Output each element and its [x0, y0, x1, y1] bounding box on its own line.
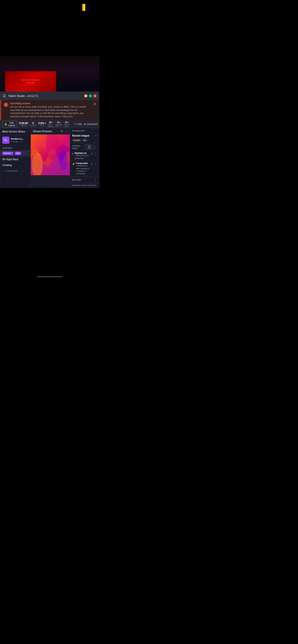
error-title: Encoding issues — [10, 102, 91, 105]
scene-game-button[interactable]: Gamer... — [2, 152, 13, 155]
activity-desc-fenton: • Raided you with a party of 2 viewers. … — [76, 165, 90, 175]
scene-edit-button[interactable]: Edit — [15, 152, 21, 155]
add-scene-icon: + — [2, 170, 4, 172]
scene-thumbnail: ROCKET LEAGUESTREAM — [5, 71, 56, 92]
error-text-block: Encoding issues We ran into an issue whi… — [10, 102, 91, 118]
right-panel: Stream Info Rocket league ✏ English fun … — [70, 128, 99, 187]
left-panel: Main Screen Share ⋮ RL Rocket Le... Chan… — [0, 128, 31, 187]
frame-drop-stat: 0 Frame Drop — [64, 121, 69, 127]
source-panel-title: Main Screen Share — [2, 130, 25, 133]
chat-header: My Chat ⋮ — [70, 177, 99, 183]
stream-preview-canvas — [31, 135, 70, 175]
frame-with-dot: 0 — [65, 121, 69, 124]
source-panel-header: Main Screen Share ⋮ — [0, 128, 31, 135]
help-icon: ❓ — [74, 123, 76, 125]
center-panel: Stream Preview ⚙ ⋮ — [31, 128, 70, 187]
skip-alert-button[interactable]: Skip Alert — [85, 145, 94, 149]
frame-drop-value: 0 — [65, 121, 67, 124]
activity-username-bighat: BigHatLevi — [75, 152, 90, 154]
viewers-value: 0 — [32, 122, 34, 125]
chat-welcome-message: Welcome to the chat room! — [70, 183, 99, 187]
hamburger-icon[interactable]: ☰ — [3, 94, 6, 98]
activity-refresh-icon[interactable]: ↻ — [91, 152, 93, 155]
encoder-with-dot: 0 — [57, 121, 61, 124]
top-black-area — [0, 0, 99, 56]
scene-item-chatting[interactable]: Chatting — [0, 162, 31, 168]
game-name: Rocket league — [72, 134, 89, 137]
stream-info-header: Stream Info — [70, 128, 99, 133]
preview-controls: ⚙ ⋮ — [60, 129, 68, 133]
help-button[interactable]: ❓ Help — [74, 123, 82, 125]
minimize-button[interactable] — [84, 94, 87, 97]
lock-icon: 🔒 — [4, 123, 7, 125]
session-label: Session — [20, 125, 27, 126]
cpu-value: 3.9% — [38, 122, 44, 125]
error-banner: ! Encoding issues We ran into an issue w… — [0, 100, 99, 120]
scene-item-gaming[interactable]: Gamer... Edit — [0, 150, 31, 156]
follow-heart-icon: ♥ — [72, 152, 74, 155]
scene-item-brb[interactable]: Be Right Back — [0, 156, 31, 162]
chat-more-icon[interactable]: ⋮ — [94, 178, 97, 182]
frame-drop-label: Frame Drop — [64, 124, 69, 127]
error-body: We ran into an issue while encoding, you… — [10, 105, 91, 118]
home-indicator — [0, 274, 99, 278]
kbps-dot — [51, 122, 52, 123]
activity-feed-header: Activity Feed Skip Alert ⋮ — [70, 143, 99, 151]
activity-feed-section: Activity Feed Skip Alert ⋮ ♥ BigHatLevi … — [70, 143, 99, 177]
source-edit-icon[interactable]: ✏ — [21, 140, 23, 143]
preview-more-icon[interactable]: ⋮ — [65, 129, 68, 133]
raid-lightning-icon: ⚡ — [72, 163, 75, 165]
activity-item-bighat: ♥ BigHatLevi • Followed you • yesterday … — [70, 151, 99, 161]
edit-game-icon[interactable]: ✏ — [95, 134, 97, 137]
preview-header: Stream Preview ⚙ ⋮ — [31, 128, 70, 135]
cpu-label: CPU — [40, 125, 44, 126]
dashboard-label: Dashboard — [87, 123, 98, 125]
maximize-button[interactable] — [89, 94, 92, 97]
kbps-value: 0 — [49, 121, 51, 124]
activity-item-actions: ↻ ⋮ — [91, 152, 97, 155]
encoder-fps-stat: 0 Encoder FPS — [56, 121, 62, 127]
source-info: Rocket Le... Change... ✏ — [11, 138, 29, 143]
activity-info: BigHatLevi • Followed you • yesterday — [75, 152, 90, 160]
session-value: 0:00:00 — [19, 122, 28, 125]
activity-item-more-icon[interactable]: ⋮ — [94, 152, 97, 155]
title-bar-left: ☰ Twitch Studio - v0.117.5 — [3, 94, 38, 98]
encoder-dot — [59, 122, 61, 123]
dark-scene-area: ROCKET LEAGUESTREAM — [0, 56, 99, 92]
activity-item-more-icon-2[interactable]: ⋮ — [94, 162, 97, 166]
main-content: Main Screen Share ⋮ RL Rocket Le... Chan… — [0, 128, 99, 187]
source-panel-more-icon[interactable]: ⋮ — [25, 130, 29, 133]
source-name: Rocket Le... — [11, 138, 29, 140]
cpu-dot — [45, 123, 46, 124]
scene-name-chatting: Chatting — [2, 164, 12, 167]
encoder-fps-value: 0 — [57, 121, 59, 124]
dashboard-icon: ⊞ — [84, 123, 86, 125]
edit-layout-button[interactable]: 🔒 Edit Layout — [2, 121, 17, 128]
encoder-fps-label: Encoder FPS — [56, 124, 62, 127]
activity-refresh-icon-2[interactable]: ↻ — [91, 163, 93, 165]
stream-info-game: Rocket league ✏ — [70, 133, 99, 138]
source-sub-text: Change... — [11, 140, 20, 143]
twitch-studio-window: ☰ Twitch Studio - v0.117.5 ! Encoding is… — [0, 92, 99, 188]
activity-item-left: ♥ BigHatLevi • Followed you • yesterday — [72, 152, 90, 160]
activity-username-fenton: Fenton404 — [76, 162, 90, 165]
preview-settings-icon[interactable]: ⚙ — [60, 129, 63, 133]
activity-feed-more-icon[interactable]: ⋮ — [94, 145, 97, 149]
activity-item-left-2: ⚡ Fenton404 • Raided you with a party of… — [72, 162, 90, 175]
source-sub: Change... ✏ — [11, 140, 29, 143]
close-button[interactable] — [93, 94, 97, 97]
activity-desc-bighat: • Followed you • yesterday — [75, 154, 90, 160]
kbps-with-dot: 0 — [49, 121, 52, 124]
add-scene-label: + Add Scene — [5, 170, 18, 172]
error-close-button[interactable]: ✕ — [93, 102, 97, 106]
stream-tag-fun[interactable]: fun — [82, 139, 87, 142]
title-bar-controls — [84, 94, 97, 97]
kbps-label: Kbps Upload — [48, 124, 53, 127]
source-item: RL Rocket Le... Change... ✏ — [0, 135, 31, 145]
activity-feed-title: Activity Feed — [72, 144, 85, 150]
add-scene-button[interactable]: + + Add Scene — [0, 168, 31, 174]
dashboard-button[interactable]: ⊞ Dashboard — [84, 123, 98, 125]
bottom-black-area — [0, 188, 99, 274]
stream-tag-english[interactable]: English — [72, 139, 81, 142]
scene-item-left: Gamer... Edit — [2, 152, 21, 155]
